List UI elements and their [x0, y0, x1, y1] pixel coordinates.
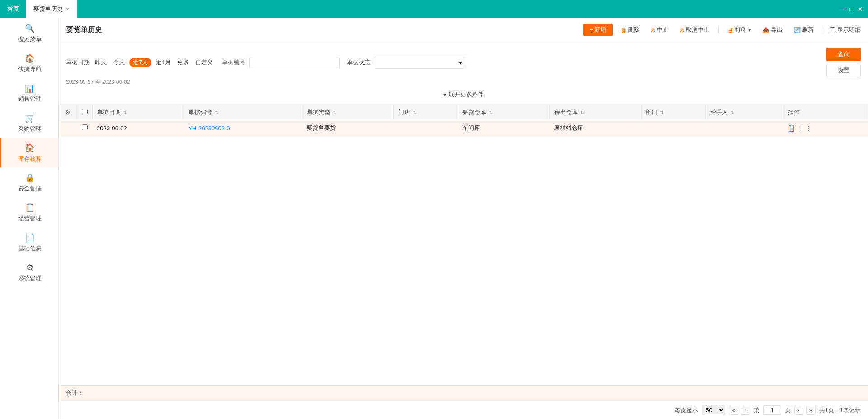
sort-handler-icon: ⇅	[730, 110, 734, 115]
page-label: 页	[785, 406, 791, 414]
sidebar-item-inventory-calc-label: 库存核算	[18, 155, 42, 163]
col-doc-no[interactable]: 单据编号 ⇅	[184, 105, 302, 120]
sidebar-item-purchase-mgmt-label: 采购管理	[18, 125, 42, 133]
tab-close-icon[interactable]: ✕	[66, 6, 70, 12]
shortcut-custom[interactable]: 自定义	[193, 58, 215, 67]
tab-home[interactable]: 首页	[0, 0, 26, 18]
doc-no-filter: 单据编号	[222, 57, 340, 68]
shortcut-today[interactable]: 今天	[111, 58, 127, 67]
maximize-btn[interactable]: □	[849, 6, 853, 13]
doc-no-input[interactable]	[249, 57, 340, 68]
page-title: 要货单历史	[66, 25, 583, 35]
row-pending-warehouse: 原材料仓库	[549, 120, 641, 136]
sidebar: 🔍 搜索菜单 🏠 快捷导航 📊 销售管理 🛒 采购管理 🏠 库存核算 🔒 资金管…	[0, 18, 59, 419]
sort-doc-no-icon: ⇅	[215, 110, 218, 115]
export-button[interactable]: 📤 导出	[760, 24, 785, 36]
row-req-warehouse: 车间库	[458, 120, 550, 136]
col-pending-warehouse[interactable]: 待出仓库 ⇅	[549, 105, 641, 120]
first-page-btn[interactable]: «	[729, 406, 738, 415]
row-more-icon[interactable]: ⋮⋮	[799, 124, 811, 132]
sidebar-item-sales-mgmt[interactable]: 📊 销售管理	[0, 78, 58, 108]
page-size-select[interactable]: 50 10 20 100	[702, 405, 725, 415]
col-handler[interactable]: 经手人 ⇅	[705, 105, 783, 120]
sidebar-item-sys-mgmt[interactable]: ⚙ 系统管理	[0, 257, 58, 287]
pagination-bar: 每页显示 50 10 20 100 « ‹ 第 页 › » 共1页，1条记录	[59, 401, 868, 419]
sidebar-item-inventory-calc[interactable]: 🏠 库存核算	[0, 138, 58, 167]
doc-status-filter: 单据状态	[347, 57, 464, 69]
sidebar-item-purchase-mgmt[interactable]: 🛒 采购管理	[0, 108, 58, 138]
row-edit-icon[interactable]: 📋	[788, 124, 795, 132]
doc-status-label: 单据状态	[347, 58, 370, 67]
query-button[interactable]: 查询	[826, 48, 861, 61]
shortcut-more[interactable]: 更多	[175, 58, 191, 67]
sidebar-item-search-menu[interactable]: 🔍 搜索菜单	[0, 18, 58, 48]
col-operation: 操作	[783, 105, 868, 120]
doc-status-select[interactable]	[374, 57, 464, 69]
refresh-button-label: 刷新	[802, 26, 814, 34]
total-info: 共1页，1条记录	[819, 406, 861, 414]
refresh-button[interactable]: 🔄 刷新	[791, 24, 816, 36]
tab-requisition-history[interactable]: 要货单历史 ✕	[26, 0, 77, 18]
add-button-label: + 新增	[590, 26, 606, 34]
row-handler	[705, 120, 783, 136]
prev-page-btn[interactable]: ‹	[742, 406, 750, 415]
stop-button[interactable]: ⊘ 中止	[648, 24, 671, 36]
display-detail-label: 显示明细	[837, 26, 861, 34]
print-icon: 🖨	[728, 27, 734, 33]
sidebar-item-quick-nav[interactable]: 🏠 快捷导航	[0, 48, 58, 78]
close-btn[interactable]: ✕	[858, 6, 863, 13]
top-bar: 首页 要货单历史 ✕ — □ ✕	[0, 0, 868, 18]
sidebar-item-search-menu-label: 搜索菜单	[18, 35, 42, 43]
display-detail-checkbox[interactable]	[830, 27, 835, 33]
row-store	[394, 120, 458, 136]
cancel-stop-button[interactable]: ⊘ 取消中止	[677, 24, 712, 36]
sales-mgmt-icon: 📊	[25, 83, 35, 93]
refresh-icon: 🔄	[793, 27, 801, 33]
row-department	[641, 120, 705, 136]
add-button[interactable]: + 新增	[583, 24, 613, 36]
page-input[interactable]	[763, 405, 781, 415]
settings-button[interactable]: 设置	[826, 64, 861, 77]
sort-pending-warehouse-icon: ⇅	[580, 110, 584, 115]
sidebar-item-basic-info[interactable]: 📄 基础信息	[0, 227, 58, 257]
doc-no-label: 单据编号	[222, 58, 245, 67]
sort-req-warehouse-icon: ⇅	[489, 110, 492, 115]
select-all-checkbox[interactable]	[82, 109, 88, 114]
sidebar-item-finance-mgmt-label: 资金管理	[18, 185, 42, 193]
shortcut-7days[interactable]: 近7天	[129, 58, 151, 67]
col-department[interactable]: 部门 ⇅	[641, 105, 705, 120]
print-button-label: 打印	[735, 26, 747, 34]
row-checkbox[interactable]	[82, 124, 88, 130]
row-doc-type: 要货单要货	[302, 120, 394, 136]
sys-mgmt-icon: ⚙	[26, 262, 33, 272]
col-doc-type[interactable]: 单据类型 ⇅	[302, 105, 394, 120]
col-store[interactable]: 门店 ⇅	[394, 105, 458, 120]
minimize-btn[interactable]: —	[839, 6, 845, 13]
last-page-btn[interactable]: »	[806, 406, 816, 415]
divider-1	[718, 26, 719, 33]
sidebar-item-ops-mgmt[interactable]: 📋 经营管理	[0, 197, 58, 227]
shortcut-yesterday[interactable]: 昨天	[93, 58, 108, 67]
row-doc-no[interactable]: YH-20230602-0	[184, 120, 302, 136]
tab-bar: 首页 要货单历史 ✕	[0, 0, 77, 18]
shortcut-1month[interactable]: 近1月	[154, 58, 173, 67]
content-area: 要货单历史 + 新增 🗑 删除 ⊘ 中止 ⊘ 取消中止	[59, 18, 868, 419]
delete-button[interactable]: 🗑 删除	[618, 24, 642, 36]
sort-department-icon: ⇅	[660, 110, 664, 115]
sidebar-item-sales-mgmt-label: 销售管理	[18, 95, 42, 103]
expand-more-btn[interactable]: ▾ 展开更多条件	[66, 89, 861, 100]
doc-date-filter: 单据日期 昨天 今天 近7天 近1月 更多 自定义	[66, 58, 215, 67]
print-button[interactable]: 🖨 打印 ▾	[725, 24, 754, 36]
quick-nav-icon: 🏠	[25, 53, 35, 63]
col-settings[interactable]: ⚙	[59, 105, 77, 120]
col-doc-date[interactable]: 单据日期 ⇅	[92, 105, 184, 120]
doc-no-link[interactable]: YH-20230602-0	[189, 125, 230, 132]
cancel-stop-label: 取消中止	[686, 26, 709, 34]
table-body: 2023-06-02 YH-20230602-0 要货单要货 车间库 原材料仓库	[59, 120, 868, 136]
sidebar-item-finance-mgmt[interactable]: 🔒 资金管理	[0, 167, 58, 197]
table-row: 2023-06-02 YH-20230602-0 要货单要货 车间库 原材料仓库	[59, 120, 868, 136]
display-detail-toggle[interactable]: 显示明细	[830, 26, 861, 34]
print-dropdown-icon[interactable]: ▾	[748, 27, 751, 33]
col-req-warehouse[interactable]: 要货仓库 ⇅	[458, 105, 550, 120]
next-page-btn[interactable]: ›	[794, 406, 802, 415]
